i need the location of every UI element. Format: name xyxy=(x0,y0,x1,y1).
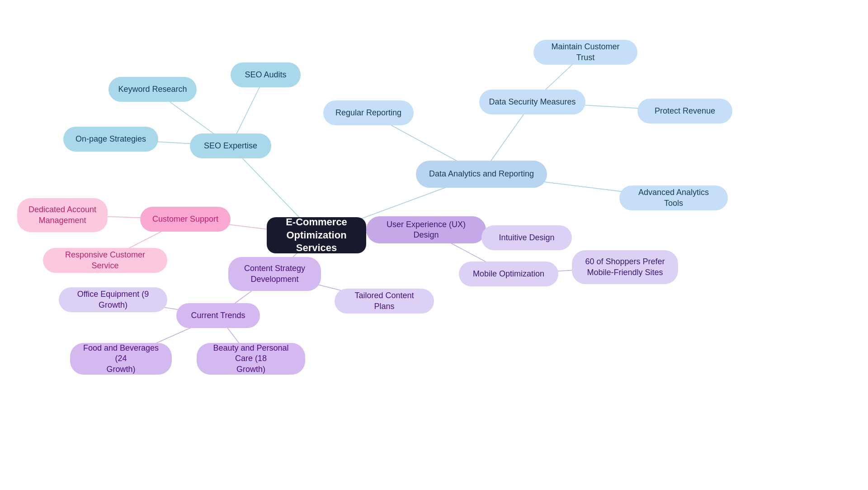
current-trends-node: Current Trends xyxy=(176,303,260,328)
tailored-content-node: Tailored Content Plans xyxy=(335,289,434,314)
content-strategy-label: Content StrategyDevelopment xyxy=(244,263,305,285)
food-beverages-node: Food and Beverages (24Growth) xyxy=(70,343,172,375)
responsive-service-label: Responsive Customer Service xyxy=(52,250,158,271)
on-page-node: On-page Strategies xyxy=(63,127,158,152)
keyword-research-node: Keyword Research xyxy=(108,77,197,102)
advanced-analytics-node: Advanced Analytics Tools xyxy=(619,186,728,210)
tailored-content-label: Tailored Content Plans xyxy=(344,290,425,312)
mobile-stat-label: 60 of Shoppers PreferMobile-Friendly Sit… xyxy=(585,257,665,278)
center-node: E-Commerce OptimizationServices xyxy=(267,217,366,253)
keyword-research-label: Keyword Research xyxy=(118,84,187,95)
mobile-stat-node: 60 of Shoppers PreferMobile-Friendly Sit… xyxy=(572,250,678,284)
advanced-analytics-label: Advanced Analytics Tools xyxy=(628,187,719,209)
food-beverages-label: Food and Beverages (24Growth) xyxy=(79,343,163,375)
ux-design-label: User Experience (UX) Design xyxy=(375,219,477,241)
data-analytics-label: Data Analytics and Reporting xyxy=(429,169,534,179)
regular-reporting-label: Regular Reporting xyxy=(335,108,401,118)
maintain-trust-node: Maintain Customer Trust xyxy=(533,40,637,65)
seo-expertise-node: SEO Expertise xyxy=(190,133,271,158)
center-label: E-Commerce OptimizationServices xyxy=(276,216,357,255)
intuitive-design-node: Intuitive Design xyxy=(481,225,572,250)
ux-design-node: User Experience (UX) Design xyxy=(366,216,486,243)
maintain-trust-label: Maintain Customer Trust xyxy=(542,42,628,63)
data-analytics-node: Data Analytics and Reporting xyxy=(416,161,547,188)
mobile-opt-node: Mobile Optimization xyxy=(459,262,558,286)
intuitive-design-label: Intuitive Design xyxy=(499,233,554,243)
protect-revenue-node: Protect Revenue xyxy=(637,99,732,124)
seo-audits-label: SEO Audits xyxy=(245,70,286,80)
data-security-node: Data Security Measures xyxy=(479,90,585,114)
on-page-label: On-page Strategies xyxy=(75,134,146,144)
office-equipment-node: Office Equipment (9 Growth) xyxy=(59,287,167,312)
mobile-opt-label: Mobile Optimization xyxy=(473,269,544,279)
responsive-service-node: Responsive Customer Service xyxy=(43,248,167,273)
content-strategy-node: Content StrategyDevelopment xyxy=(228,257,321,291)
customer-support-label: Customer Support xyxy=(152,214,218,224)
customer-support-node: Customer Support xyxy=(140,207,231,232)
protect-revenue-label: Protect Revenue xyxy=(655,106,715,116)
seo-expertise-label: SEO Expertise xyxy=(204,141,257,151)
office-equipment-label: Office Equipment (9 Growth) xyxy=(68,289,158,310)
regular-reporting-node: Regular Reporting xyxy=(323,100,414,125)
beauty-care-label: Beauty and Personal Care (18Growth) xyxy=(206,343,296,375)
data-security-label: Data Security Measures xyxy=(489,97,576,107)
dedicated-account-node: Dedicated AccountManagement xyxy=(17,198,108,232)
dedicated-account-label: Dedicated AccountManagement xyxy=(28,205,96,226)
seo-audits-node: SEO Audits xyxy=(231,62,301,87)
beauty-care-node: Beauty and Personal Care (18Growth) xyxy=(197,343,305,375)
current-trends-label: Current Trends xyxy=(191,310,245,321)
